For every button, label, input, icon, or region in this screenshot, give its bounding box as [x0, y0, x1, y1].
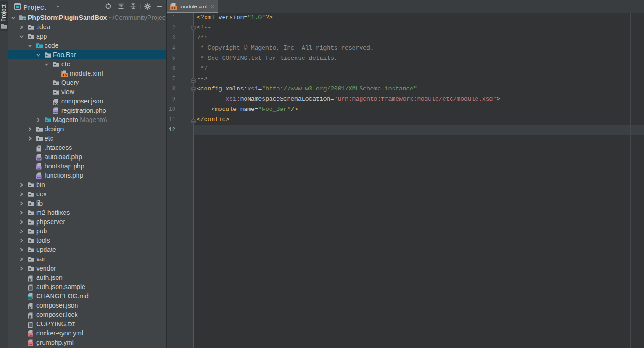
svg-text:YML: YML	[28, 343, 33, 346]
svg-text:PHP: PHP	[37, 176, 41, 179]
svg-text:PHP: PHP	[37, 167, 41, 169]
svg-text:PHP: PHP	[53, 111, 58, 114]
svg-text:MD: MD	[28, 296, 32, 299]
svg-text:YML: YML	[28, 334, 33, 336]
svg-text:PHP: PHP	[37, 158, 41, 160]
